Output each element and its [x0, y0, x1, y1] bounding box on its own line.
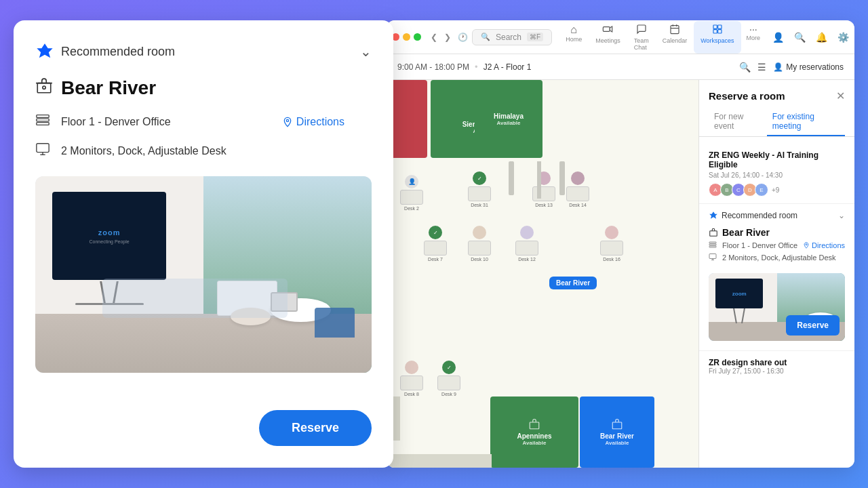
panel-directions-link[interactable]: Directions	[803, 241, 845, 249]
map-desk-14: Desk 14	[566, 171, 589, 207]
search-kbd: ⌘F	[527, 33, 543, 41]
panel-leg-r	[741, 308, 745, 323]
rug	[102, 279, 288, 318]
desk-13-block	[532, 186, 555, 201]
bear-river-status: Available	[606, 440, 629, 446]
back-arrow[interactable]: ❮	[428, 31, 440, 43]
desk-31-label: Desk 31	[471, 203, 488, 207]
toolbar2-right: 🔍 ☰ 👤 My reservations	[739, 62, 844, 73]
himalaya-name: Himalaya	[494, 113, 524, 120]
traffic-lights	[392, 33, 421, 41]
desk-31-block	[468, 186, 491, 201]
reserve-button[interactable]: Reserve	[259, 410, 372, 446]
map-room-apennines: Apennines Available	[490, 396, 578, 468]
panel-directions-label: Directions	[812, 241, 845, 249]
svg-rect-24	[530, 422, 539, 429]
amenities-text: 2 Monitors, Dock, Adjustable Desk	[61, 145, 226, 157]
room-name-row: Bear River	[35, 77, 372, 99]
panel-room-photo: zoom Reserve	[709, 273, 845, 341]
my-reservations-button[interactable]: 👤 My reservations	[773, 62, 844, 72]
map-desk-7: ✓ Desk 7	[424, 226, 447, 262]
search-icon-tb[interactable]: 🔍	[739, 62, 751, 73]
svg-rect-17	[718, 29, 722, 33]
svg-rect-10	[671, 25, 679, 33]
map-room-bear-river: Bear River Available	[580, 396, 654, 468]
desk-14-label: Desk 14	[569, 203, 587, 207]
panel-room-info: Bear River Floor 1 - Denver Office Direc…	[699, 224, 854, 268]
svg-rect-26	[710, 231, 717, 237]
forward-arrow[interactable]: ❯	[441, 31, 454, 43]
filter-icon[interactable]: ☰	[757, 62, 766, 73]
tab-teamchat-label: Team Chat	[634, 37, 649, 51]
reserve-panel-title: Reserve a room	[709, 90, 785, 102]
history-icon[interactable]: 🕐	[458, 31, 468, 43]
tab-existing-meeting[interactable]: For existing meeting	[767, 108, 845, 136]
bell-icon[interactable]: 🔔	[813, 29, 829, 45]
tab-teamchat[interactable]: Team Chat	[627, 21, 656, 54]
separator: •	[475, 62, 478, 72]
settings-icon[interactable]: ⚙️	[835, 29, 851, 45]
upcoming-event: ZR design share out Fri July 27, 15:00 -…	[699, 350, 854, 382]
room-icon-panel	[709, 228, 718, 237]
tab-new-event[interactable]: For new event	[709, 108, 767, 136]
svg-rect-2	[37, 115, 49, 118]
nav-arrows: ❮ ❯	[428, 31, 454, 43]
location-label: J2 A - Floor 1	[484, 62, 532, 72]
directions-link[interactable]: Directions	[282, 116, 344, 128]
svg-rect-4	[37, 123, 49, 125]
search-icon-right[interactable]: 🔍	[791, 29, 808, 45]
search-text: Search	[496, 33, 521, 42]
tab-workspaces[interactable]: Workspaces	[694, 21, 741, 54]
panel-chevron-icon[interactable]: ⌄	[838, 211, 845, 220]
svg-rect-3	[37, 119, 49, 121]
app-topbar: ❮ ❯ 🕐 🔍 Search ⌘F ⌂ Home	[387, 20, 854, 54]
desk-7-label: Desk 7	[428, 257, 443, 262]
maximize-traffic-light[interactable]	[414, 33, 421, 41]
search-bar[interactable]: 🔍 Search ⌘F	[472, 29, 552, 45]
avatar-5: E	[755, 183, 768, 197]
map-desk-13: Desk 13	[532, 171, 555, 207]
desk-16-avatar	[605, 226, 618, 239]
map-desk-31: ✓ Desk 31	[468, 171, 491, 207]
bear-river-name: Bear River	[600, 432, 634, 440]
tab-home[interactable]: ⌂ Home	[559, 21, 589, 54]
desk-14-avatar	[571, 171, 585, 185]
amenities-row: 2 Monitors, Dock, Adjustable Desk	[35, 142, 372, 160]
room-name: Bear River	[61, 77, 156, 99]
svg-rect-0	[37, 83, 51, 93]
panel-rec-label: Recommended room	[709, 211, 797, 220]
svg-rect-28	[709, 244, 716, 245]
desk-2-label: Desk 2	[404, 206, 419, 211]
profile-icon[interactable]: 👤	[770, 29, 786, 45]
app-content: Sierra Nevada Available Himalaya Availab…	[387, 80, 854, 468]
tab-calendar[interactable]: Calendar	[656, 21, 694, 54]
meeting-avatars: A B C D E +9	[709, 183, 845, 197]
wall-divider-1	[509, 161, 514, 195]
desk-14-block	[566, 186, 589, 201]
svg-rect-27	[709, 242, 716, 243]
desk-2-avatar: 👤	[405, 175, 418, 188]
panel-reserve-button[interactable]: Reserve	[786, 315, 840, 336]
room-icon	[35, 77, 53, 99]
close-icon[interactable]: ✕	[836, 89, 845, 102]
room-icon-br	[611, 418, 623, 430]
panel-tv: zoom	[715, 279, 763, 323]
panel-floor-detail: Floor 1 - Denver Office Directions	[709, 241, 845, 250]
desk-9-block	[437, 375, 460, 390]
svg-rect-9	[604, 26, 610, 31]
tab-home-label: Home	[566, 36, 582, 43]
room-icon-ap	[528, 418, 540, 430]
panel-amenities-text: 2 Monitors, Dock, Adjustable Desk	[722, 253, 836, 262]
tab-calendar-label: Calendar	[663, 37, 688, 44]
tab-meetings[interactable]: Meetings	[589, 21, 627, 54]
panel-rec-header: Recommended room ⌄	[699, 204, 854, 224]
bear-river-map-label[interactable]: Bear River	[549, 277, 597, 289]
chevron-down-icon[interactable]: ⌄	[360, 43, 372, 60]
minimize-traffic-light[interactable]	[403, 33, 410, 41]
zoom-spark-icon	[35, 42, 54, 61]
tab-more[interactable]: ··· More	[741, 21, 766, 54]
tv-screen: zoom Connecting People	[52, 192, 167, 280]
map-desk-9: ✓ Desk 9	[437, 361, 460, 396]
room-photo: zoom Connecting People	[35, 176, 372, 373]
desk-16-block	[600, 241, 623, 256]
